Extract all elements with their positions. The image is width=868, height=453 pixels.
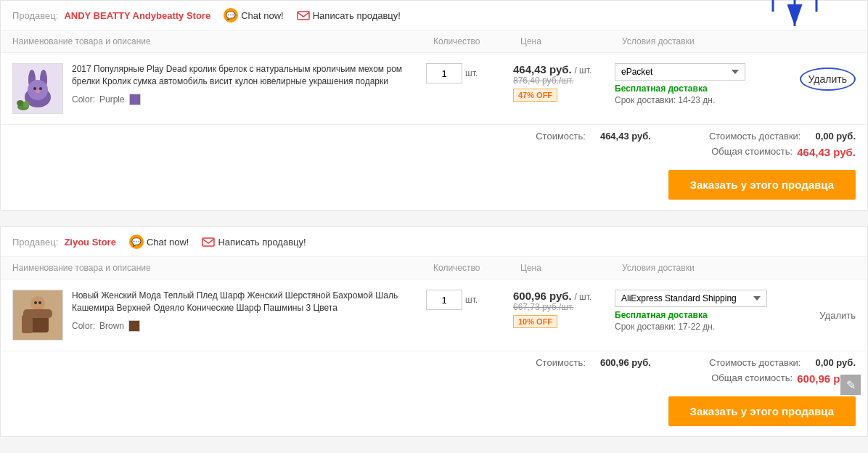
cost-label-1: Стоимость: xyxy=(536,131,586,142)
color-value-2: Brown xyxy=(99,320,124,332)
item-desc-1: 2017 Популярные Play Dead кролик брелок … xyxy=(63,63,426,105)
svg-point-7 xyxy=(39,87,42,90)
svg-point-6 xyxy=(33,87,36,90)
seller-header-2: Продавец: Ziyou Store 💬 Chat now! Написа… xyxy=(1,227,867,257)
seller-label-2: Продавец: xyxy=(12,237,58,248)
item-image-2 xyxy=(12,290,63,340)
order-button-1[interactable]: Заказать у этого продавца xyxy=(668,170,856,200)
svg-rect-1 xyxy=(298,12,309,20)
shipping-cost-value-2: 0,00 руб. xyxy=(815,357,856,368)
item-color-2: Color: Brown xyxy=(72,320,426,332)
price-old-2: 667,73 руб./шт. xyxy=(513,302,615,312)
item-row-2: Новый Женский Мода Теплый Плед Шарф Женс… xyxy=(1,279,867,351)
shipping-days-2: Срок доставки: 17-22 дн. xyxy=(615,322,856,332)
item-desc-2: Новый Женский Мода Теплый Плед Шарф Женс… xyxy=(63,290,426,332)
price-old-1: 876,40 руб./шт. xyxy=(513,76,615,86)
qty-unit-1: шт. xyxy=(465,68,478,78)
col-header-price-1: Цена xyxy=(520,36,622,46)
message-icon-2 xyxy=(202,237,215,247)
scarf-image xyxy=(16,293,60,337)
color-swatch-1 xyxy=(129,94,141,105)
cost-value-2: 600,96 руб. xyxy=(600,357,651,368)
col-header-shipping-2: Условия доставки xyxy=(622,263,856,273)
svg-point-17 xyxy=(34,301,37,304)
message-icon-1 xyxy=(297,11,310,20)
col-header-desc-2: Наименование товара и описание xyxy=(12,263,433,273)
shipping-cost-label-2: Стоимость доставки: xyxy=(709,357,801,368)
summary-total-row-2: Общая стоимость: 600,96 руб. xyxy=(1,371,867,391)
total-label-1: Общая стоимость: xyxy=(711,146,793,158)
col-header-qty-2: Количество xyxy=(433,263,520,273)
summary-row-1: Стоимость: 464,43 руб. Стоимость доставк… xyxy=(1,125,867,144)
price-current-2: 600,96 руб. / шт. xyxy=(513,290,615,302)
seller-block-2: Продавец: Ziyou Store 💬 Chat now! Написа… xyxy=(0,226,868,437)
seller-label-1: Продавец: xyxy=(12,10,58,21)
col-header-desc-1: Наименование товара и описание xyxy=(12,36,433,46)
shipping-cost-label-1: Стоимость доставки: xyxy=(709,131,801,142)
color-label-1: Color: xyxy=(72,94,95,106)
chat-button-2[interactable]: 💬 Chat now! xyxy=(129,234,189,249)
message-button-1[interactable]: Написать продавцу! xyxy=(297,10,401,21)
item-qty-2: шт. xyxy=(426,290,513,310)
col-header-price-2: Цена xyxy=(520,263,622,273)
item-row-1: 2017 Популярные Play Dead кролик брелок … xyxy=(1,53,867,125)
shipping-cost-value-1: 0,00 руб. xyxy=(815,131,856,142)
discount-badge-2: 10% OFF xyxy=(513,315,557,328)
delete-button-2[interactable]: Удалить xyxy=(819,310,856,321)
chat-icon-1: 💬 xyxy=(224,8,238,23)
color-swatch-2 xyxy=(128,320,140,332)
svg-point-18 xyxy=(38,301,41,304)
item-desc-text-2: Новый Женский Мода Теплый Плед Шарф Женс… xyxy=(72,290,398,313)
svg-point-10 xyxy=(17,100,24,106)
svg-point-8 xyxy=(36,90,40,93)
item-price-2: 600,96 руб. / шт. 667,73 руб./шт. 10% OF… xyxy=(513,290,615,328)
item-price-1: 464,43 руб. / шт. 876,40 руб./шт. 47% OF… xyxy=(513,63,615,102)
shipping-days-1: Срок доставки: 14-23 дн. xyxy=(615,95,856,105)
item-qty-1: шт. xyxy=(426,63,513,83)
table-header-2: Наименование товара и описание Количеств… xyxy=(1,257,867,279)
color-value-1: Purple xyxy=(99,94,125,106)
color-label-2: Color: xyxy=(72,320,95,332)
discount-badge-1: 47% OFF xyxy=(513,89,557,102)
price-current-1: 464,43 руб. / шт. xyxy=(513,63,615,76)
seller-name-2[interactable]: Ziyou Store xyxy=(64,237,116,248)
separator xyxy=(0,218,868,226)
order-button-2[interactable]: Заказать у этого продавца xyxy=(668,396,856,426)
shipping-select-1[interactable]: ePacket AliExpress Standard Shipping Chi… xyxy=(615,63,745,81)
hint-icon[interactable]: ✎ xyxy=(840,375,861,395)
shipping-select-2[interactable]: AliExpress Standard Shipping ePacket Chi… xyxy=(615,290,767,307)
qty-input-1[interactable] xyxy=(426,63,462,83)
chat-icon-2: 💬 xyxy=(129,234,144,249)
message-label-2: Написать продавцу! xyxy=(218,237,306,248)
seller-header-1: Продавец: ANDY BEATTY Andybeatty Store 💬… xyxy=(1,1,867,30)
col-header-qty-1: Количество xyxy=(433,36,520,46)
total-label-2: Общая стоимость: xyxy=(711,372,793,385)
chat-button-1[interactable]: 💬 Chat now! xyxy=(224,8,284,23)
rabbit-image xyxy=(16,67,60,110)
message-button-2[interactable]: Написать продавцу! xyxy=(202,237,306,248)
cost-value-1: 464,43 руб. xyxy=(600,131,651,142)
seller-name-1[interactable]: ANDY BEATTY Andybeatty Store xyxy=(64,10,210,21)
delete-button-1[interactable]: Удалить xyxy=(800,68,856,91)
item-desc-text-1: 2017 Популярные Play Dead кролик брелок … xyxy=(72,64,402,86)
qty-unit-2: шт. xyxy=(465,295,478,305)
table-header-1: Наименование товара и описание Количеств… xyxy=(1,30,867,53)
message-label-1: Написать продавцу! xyxy=(313,10,401,21)
svg-point-11 xyxy=(23,101,29,108)
svg-rect-16 xyxy=(22,315,33,333)
order-btn-row-2: Заказать у этого продавца xyxy=(1,391,867,436)
cost-label-2: Стоимость: xyxy=(536,357,586,368)
chat-label-1: Chat now! xyxy=(241,10,284,21)
svg-point-13 xyxy=(30,296,45,311)
total-value-1: 464,43 руб. xyxy=(797,146,856,158)
qty-input-2[interactable] xyxy=(426,290,462,310)
order-btn-row-1: Заказать у этого продавца xyxy=(1,164,867,210)
blue-arrow-annotation xyxy=(766,0,824,44)
summary-row-2: Стоимость: 600,96 руб. Стоимость доставк… xyxy=(1,351,867,371)
summary-total-row-1: Общая стоимость: 464,43 руб. xyxy=(1,144,867,164)
item-color-1: Color: Purple xyxy=(72,94,426,106)
seller-block-1: Продавец: ANDY BEATTY Andybeatty Store 💬… xyxy=(0,0,868,211)
item-image-1 xyxy=(12,63,63,114)
chat-label-2: Chat now! xyxy=(147,237,189,248)
svg-rect-12 xyxy=(202,238,214,246)
